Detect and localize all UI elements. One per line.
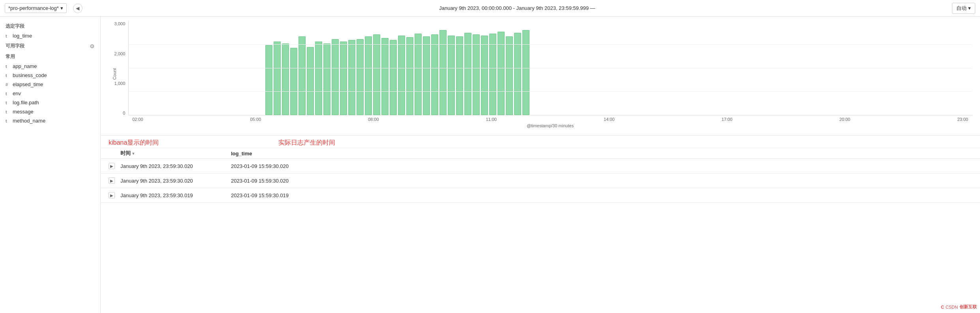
chart-bar (464, 33, 471, 115)
content-area: 3,000 2,000 1,000 0 Count 02:00 05:00 08… (101, 17, 980, 313)
chart-bar (498, 32, 505, 115)
chart-bar (456, 36, 463, 115)
index-name: *pro-performance-log* (8, 5, 59, 11)
sidebar-item-env[interactable]: t env (0, 89, 100, 98)
logtime-column-label: log_time (231, 151, 252, 156)
chart-bar (448, 36, 455, 115)
chart-bar (340, 41, 347, 115)
field-name-elapsed-time: elapsed_time (13, 81, 43, 87)
chart-bar (348, 40, 355, 115)
auto-dropdown-arrow-icon: ▾ (968, 5, 971, 11)
chart-bar (307, 47, 314, 115)
field-name-message: message (13, 109, 34, 115)
x-label-1100: 11:00 (486, 117, 497, 122)
table-row: ▶ January 9th 2023, 23:59:30.019 2023-01… (101, 188, 980, 203)
csdn-watermark: C CSDN 创新互联 (941, 304, 977, 310)
x-label-1700: 17:00 (721, 117, 732, 122)
y-label-2000: 2,000 (114, 51, 125, 56)
chart-container: 3,000 2,000 1,000 0 Count 02:00 05:00 08… (109, 21, 972, 127)
time-column-header[interactable]: 时间 ▾ (120, 150, 231, 157)
auto-label: 自动 (956, 5, 967, 12)
selected-fields-title: 选定字段 (0, 21, 100, 31)
table-row: ▶ January 9th 2023, 23:59:30.020 2023-01… (101, 159, 980, 173)
chart-bar (274, 41, 281, 115)
index-dropdown[interactable]: *pro-performance-log* ▾ (5, 3, 67, 13)
csdn-brand-icon: 创新互联 (959, 304, 977, 310)
chart-bar (365, 36, 372, 115)
chart-bars (128, 21, 972, 115)
field-name-log-file-path: log.file.path (13, 100, 39, 106)
x-label-1400: 14:00 (604, 117, 615, 122)
back-button[interactable]: ◀ (73, 4, 83, 13)
field-name-app-name: app_name (13, 63, 37, 69)
sidebar-item-log-time-selected[interactable]: t log_time (0, 31, 100, 40)
time-value-1: January 9th 2023, 23:59:30.020 (120, 163, 231, 169)
chart-bar (423, 36, 430, 115)
y-label-1000: 1,000 (114, 81, 125, 86)
chart-bar (390, 40, 397, 115)
chart-bar (514, 33, 521, 115)
common-fields-title: 常用 (0, 51, 100, 62)
field-name-method-name: method_name (13, 118, 45, 124)
chart-bar (332, 39, 339, 115)
table-section: kibana显示的时间 实际日志产生的时间 时间 ▾ log_time (101, 135, 980, 313)
chart-bar (323, 43, 330, 115)
x-label-0800: 08:00 (368, 117, 379, 122)
y-label-3000: 3,000 (114, 21, 125, 26)
sidebar-item-app-name[interactable]: t app_name (0, 62, 100, 71)
chart-bar (299, 36, 306, 115)
expand-col-2: ▶ (109, 177, 120, 184)
available-fields-title: 可用字段 (6, 43, 24, 49)
csdn-logo-icon: C (941, 305, 944, 309)
expand-button-2[interactable]: ▶ (109, 177, 115, 184)
x-axis: 02:00 05:00 08:00 11:00 14:00 17:00 20:0… (128, 115, 972, 127)
dropdown-arrow-icon: ▾ (60, 5, 63, 11)
chart-bar (315, 41, 322, 115)
y-label-0: 0 (123, 111, 125, 115)
table-row: ▶ January 9th 2023, 23:59:30.020 2023-01… (101, 173, 980, 188)
sidebar-item-method-name[interactable]: t method_name (0, 116, 100, 125)
annotation-row: kibana显示的时间 实际日志产生的时间 (101, 136, 980, 148)
chart-bar (522, 30, 529, 115)
chart-bar (473, 34, 480, 115)
main-layout: 选定字段 t log_time 可用字段 ⚙ 常用 t app_name t b… (0, 17, 980, 313)
gear-icon[interactable]: ⚙ (90, 43, 95, 49)
x-axis-title: @timestamp/30 minutes (527, 123, 574, 128)
expand-col-1: ▶ (109, 163, 120, 169)
chart-bar (290, 48, 297, 115)
table-header: 时间 ▾ log_time (101, 148, 980, 159)
top-bar: *pro-performance-log* ▾ ◀ January 9th 20… (0, 0, 980, 17)
time-value-3: January 9th 2023, 23:59:30.019 (120, 192, 231, 198)
chart-bar (415, 34, 422, 115)
chart-area: 3,000 2,000 1,000 0 Count 02:00 05:00 08… (101, 17, 980, 135)
chart-bar (439, 30, 447, 115)
time-range: January 9th 2023, 00:00:00.000 - January… (83, 5, 952, 11)
chart-bar (481, 36, 488, 115)
chart-bar (506, 36, 513, 115)
expand-button-1[interactable]: ▶ (109, 163, 115, 169)
chart-bar (381, 38, 389, 115)
sidebar-item-log-file-path[interactable]: t log.file.path (0, 98, 100, 107)
grid-line-75 (129, 91, 972, 92)
time-sort-icon[interactable]: ▾ (132, 151, 134, 156)
auto-interval-dropdown[interactable]: 自动 ▾ (952, 3, 975, 14)
chart-bar (357, 39, 364, 115)
sidebar-item-business-code[interactable]: t business_code (0, 71, 100, 80)
logtime-value-2: 2023-01-09 15:59:30.020 (231, 178, 289, 184)
field-name-business-code: business_code (13, 72, 47, 78)
type-badge-log-file-path: t (6, 100, 9, 105)
sidebar-item-message[interactable]: t message (0, 107, 100, 116)
csdn-label: CSDN (946, 305, 958, 309)
actual-time-label: 实际日志产生的时间 (278, 139, 335, 147)
x-label-0500: 05:00 (250, 117, 261, 122)
chart-bar (431, 34, 438, 115)
logtime-column-header: log_time (231, 151, 252, 156)
available-fields-header: 可用字段 ⚙ (0, 40, 100, 51)
x-label-0200: 02:00 (132, 117, 143, 122)
expand-button-3[interactable]: ▶ (109, 192, 115, 198)
x-label-2000: 20:00 (839, 117, 850, 122)
x-label-2300: 23:00 (957, 117, 968, 122)
type-badge-message: t (6, 109, 9, 114)
y-axis-title: Count (112, 68, 117, 79)
sidebar-item-elapsed-time[interactable]: # elapsed_time (0, 80, 100, 89)
